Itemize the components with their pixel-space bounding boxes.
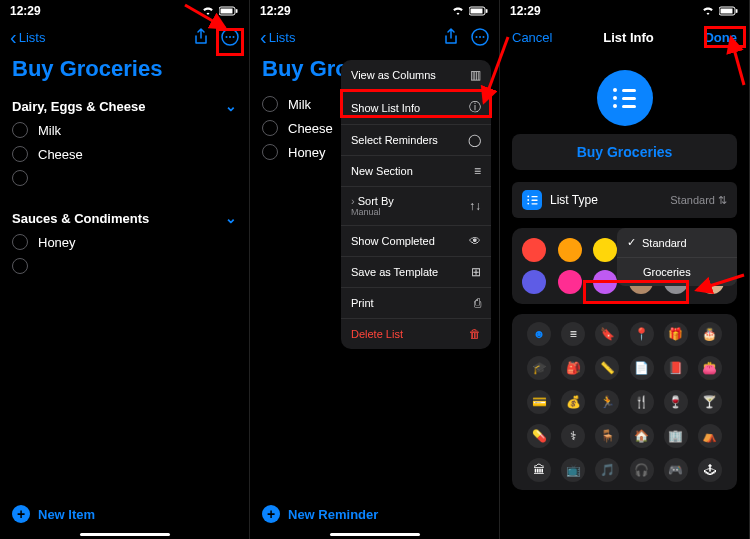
status-bar: 12:29 <box>0 0 249 22</box>
menu-show-completed[interactable]: Show Completed👁 <box>341 226 491 257</box>
list-type-row[interactable]: List Type Standard ⇅ <box>512 182 737 218</box>
wifi-icon <box>201 6 215 16</box>
more-icon[interactable] <box>471 28 489 46</box>
status-bar: 12:29 <box>500 0 749 22</box>
color-swatch-orange[interactable] <box>558 238 582 262</box>
icon-fork[interactable]: 🍴 <box>630 390 654 414</box>
section-icon: ≡ <box>474 164 481 178</box>
more-icon[interactable] <box>221 28 239 46</box>
icon-ruler[interactable]: 📏 <box>595 356 619 380</box>
icon-controller[interactable]: 🕹 <box>698 458 722 482</box>
menu-new-section[interactable]: New Section≡ <box>341 156 491 187</box>
icon-doc[interactable]: 📄 <box>630 356 654 380</box>
icon-cake[interactable]: 🎂 <box>698 322 722 346</box>
icon-med[interactable]: ⚕ <box>561 424 585 448</box>
share-icon[interactable] <box>443 28 459 46</box>
icon-graduation[interactable]: 🎓 <box>527 356 551 380</box>
icon-wallet[interactable]: 👛 <box>698 356 722 380</box>
icon-gift[interactable]: 🎁 <box>664 322 688 346</box>
icon-house[interactable]: 🏠 <box>630 424 654 448</box>
wifi-icon <box>451 6 465 16</box>
svg-rect-8 <box>471 9 483 14</box>
status-bar: 12:29 <box>250 0 499 22</box>
home-indicator <box>330 533 420 536</box>
popup-groceries[interactable]: Groceries <box>617 258 737 286</box>
menu-select-reminders[interactable]: Select Reminders◯ <box>341 125 491 156</box>
radio-icon[interactable] <box>12 146 28 162</box>
back-button[interactable]: Lists <box>10 30 45 45</box>
icon-book[interactable]: 📕 <box>664 356 688 380</box>
svg-rect-2 <box>236 9 238 13</box>
status-time: 12:29 <box>260 4 291 18</box>
share-icon[interactable] <box>193 28 209 46</box>
back-button[interactable]: Lists <box>260 30 295 45</box>
chevron-down-icon: ⌄ <box>225 210 237 226</box>
radio-icon[interactable] <box>262 96 278 112</box>
check-icon: ◯ <box>468 133 481 147</box>
list-type-icon <box>522 190 542 210</box>
reminder-item[interactable]: Honey <box>0 230 249 254</box>
template-icon: ⊞ <box>471 265 481 279</box>
eye-icon: 👁 <box>469 234 481 248</box>
status-time: 12:29 <box>510 4 541 18</box>
radio-icon[interactable] <box>262 120 278 136</box>
icon-smiley[interactable]: ☻ <box>527 322 551 346</box>
svg-rect-9 <box>486 9 488 13</box>
icon-run[interactable]: 🏃 <box>595 390 619 414</box>
radio-icon[interactable] <box>12 122 28 138</box>
icon-music[interactable]: 🎵 <box>595 458 619 482</box>
menu-print[interactable]: Print⎙ <box>341 288 491 319</box>
icon-building2[interactable]: 🏛 <box>527 458 551 482</box>
icon-chair[interactable]: 🪑 <box>595 424 619 448</box>
color-swatch-pink[interactable] <box>558 270 582 294</box>
menu-show-list-info[interactable]: Show List Infoⓘ <box>341 91 491 125</box>
menu-delete-list[interactable]: Delete List🗑 <box>341 319 491 349</box>
list-name-field[interactable]: Buy Groceries <box>512 134 737 170</box>
cancel-button[interactable]: Cancel <box>512 30 552 45</box>
color-swatch-purple[interactable] <box>593 270 617 294</box>
svg-point-6 <box>233 36 235 38</box>
icon-headphone[interactable]: 🎧 <box>630 458 654 482</box>
list-type-popup: ✓Standard Groceries <box>617 228 737 286</box>
done-button[interactable]: Done <box>704 30 737 45</box>
radio-icon[interactable] <box>12 258 28 274</box>
icon-glass[interactable]: 🍸 <box>698 390 722 414</box>
icon-list[interactable]: ≡ <box>561 322 585 346</box>
color-swatch-indigo[interactable] <box>522 270 546 294</box>
popup-standard[interactable]: ✓Standard <box>617 228 737 258</box>
icon-wine[interactable]: 🍷 <box>664 390 688 414</box>
info-icon: ⓘ <box>469 99 481 116</box>
icon-tv[interactable]: 📺 <box>561 458 585 482</box>
menu-view-columns[interactable]: View as Columns▥ <box>341 60 491 91</box>
svg-point-5 <box>229 36 231 38</box>
icon-game[interactable]: 🎮 <box>664 458 688 482</box>
reminder-item-empty[interactable] <box>0 166 249 190</box>
sort-icon: ↑↓ <box>469 199 481 213</box>
wifi-icon <box>701 6 715 16</box>
status-right <box>451 6 489 16</box>
icon-building[interactable]: 🏢 <box>664 424 688 448</box>
radio-icon[interactable] <box>262 144 278 160</box>
icon-bookmark[interactable]: 🔖 <box>595 322 619 346</box>
reminder-item[interactable]: Milk <box>0 118 249 142</box>
reminder-item[interactable]: Cheese <box>0 142 249 166</box>
reminder-item-empty[interactable] <box>0 254 249 278</box>
nav-bar: Lists <box>250 22 499 52</box>
color-swatch-red[interactable] <box>522 238 546 262</box>
new-reminder-button[interactable]: + New Reminder <box>262 505 378 523</box>
radio-icon[interactable] <box>12 234 28 250</box>
section-header[interactable]: Sauces & Condiments ⌄ <box>0 204 249 230</box>
icon-pill[interactable]: 💊 <box>527 424 551 448</box>
menu-save-template[interactable]: Save as Template⊞ <box>341 257 491 288</box>
menu-sort-by[interactable]: ›Sort ByManual↑↓ <box>341 187 491 226</box>
icon-card[interactable]: 💳 <box>527 390 551 414</box>
icon-tent[interactable]: ⛺ <box>698 424 722 448</box>
section-header[interactable]: Dairy, Eggs & Cheese ⌄ <box>0 92 249 118</box>
icon-pin[interactable]: 📍 <box>630 322 654 346</box>
icon-backpack[interactable]: 🎒 <box>561 356 585 380</box>
icon-money[interactable]: 💰 <box>561 390 585 414</box>
color-swatch-yellow[interactable] <box>593 238 617 262</box>
context-menu: View as Columns▥ Show List Infoⓘ Select … <box>341 60 491 349</box>
new-item-button[interactable]: + New Item <box>12 505 95 523</box>
radio-icon[interactable] <box>12 170 28 186</box>
